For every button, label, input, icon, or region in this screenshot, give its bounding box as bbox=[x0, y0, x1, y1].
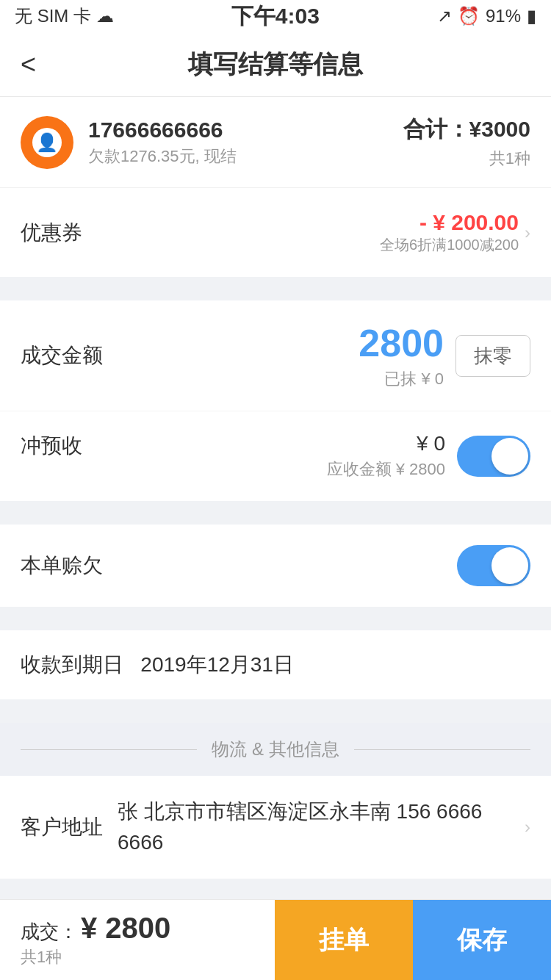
section-divider bbox=[0, 289, 551, 300]
address-row[interactable]: 客户地址 张 北京市市辖区海淀区永丰南 156 6666 6666 › bbox=[0, 776, 551, 879]
status-left: 无 SIM 卡 ☁ bbox=[15, 4, 114, 28]
section-divider-2 bbox=[0, 513, 551, 525]
deal-right: 2800 已抹 ¥ 0 抹零 bbox=[359, 321, 530, 390]
customer-card: 👤 17666666666 欠款1276.35元, 现结 合计：¥3000 共1… bbox=[0, 97, 551, 277]
chong-amount-wrap: ¥ 0 应收金额 ¥ 2800 bbox=[327, 432, 445, 480]
section-label-text: 物流 & 其他信息 bbox=[197, 738, 353, 761]
chong-row: 冲预收 ¥ 0 应收金额 ¥ 2800 bbox=[0, 411, 551, 501]
chong-label: 冲预收 bbox=[21, 432, 82, 460]
raiqian-right bbox=[457, 545, 530, 586]
deal-row: 成交金额 2800 已抹 ¥ 0 抹零 bbox=[0, 300, 551, 411]
deal-label: 成交金额 bbox=[21, 342, 103, 370]
bottom-bar: 成交： ¥ 2800 共1种 挂单 保存 bbox=[0, 899, 551, 980]
total-count: 共1种 bbox=[403, 148, 530, 170]
chevron-right-icon: › bbox=[525, 223, 530, 243]
coupon-desc: 全场6折满1000减200 bbox=[380, 235, 519, 255]
section-divider-3 bbox=[0, 619, 551, 630]
section-line-left bbox=[21, 749, 197, 750]
coupon-row[interactable]: 优惠券 - ¥ 200.00 全场6折满1000减200 › bbox=[0, 187, 551, 277]
avatar-icon: 👤 bbox=[32, 128, 62, 157]
duedate-label: 收款到期日 2019年12月31日 bbox=[21, 651, 294, 679]
address-chevron-icon: › bbox=[525, 817, 530, 837]
round-button[interactable]: 抹零 bbox=[455, 335, 530, 377]
duedate-section: 收款到期日 2019年12月31日 bbox=[0, 630, 551, 699]
chong-amount: ¥ 0 bbox=[327, 432, 445, 455]
duedate-row: 收款到期日 2019年12月31日 bbox=[0, 630, 551, 699]
chong-sub: 应收金额 ¥ 2800 bbox=[327, 458, 445, 480]
page-title: 填写结算等信息 bbox=[188, 48, 363, 82]
alarm-icon: ⏰ bbox=[458, 6, 480, 26]
deal-section: 成交金额 2800 已抹 ¥ 0 抹零 冲预收 ¥ 0 应收金额 ¥ 2800 bbox=[0, 300, 551, 501]
status-time: 下午4:03 bbox=[231, 1, 320, 32]
nav-bar: < 填写结算等信息 bbox=[0, 32, 551, 97]
bottom-summary: 成交： ¥ 2800 共1种 bbox=[0, 912, 275, 968]
chong-right: ¥ 0 应收金额 ¥ 2800 bbox=[327, 432, 530, 480]
toggle-thumb-2 bbox=[491, 547, 528, 584]
customer-info: 17666666666 欠款1276.35元, 现结 bbox=[88, 118, 403, 167]
address-value: 张 北京市市辖区海淀区永丰南 156 6666 6666 bbox=[118, 796, 525, 858]
deal-amount: 2800 bbox=[359, 321, 444, 365]
section-label-row: 物流 & 其他信息 bbox=[0, 723, 551, 776]
back-button[interactable]: < bbox=[21, 49, 36, 80]
chong-toggle[interactable] bbox=[457, 436, 530, 477]
raiqian-section: 本单赊欠 bbox=[0, 525, 551, 607]
coupon-right: - ¥ 200.00 全场6折满1000减200 › bbox=[380, 210, 530, 255]
bottom-count: 共1种 bbox=[21, 946, 254, 968]
bottom-deal-label: 成交： bbox=[21, 919, 78, 945]
avatar: 👤 bbox=[21, 116, 73, 169]
address-label: 客户地址 bbox=[21, 813, 103, 841]
raiqian-label: 本单赊欠 bbox=[21, 552, 103, 580]
bottom-amount: ¥ 2800 bbox=[81, 912, 170, 945]
customer-debt: 欠款1276.35元, 现结 bbox=[88, 145, 403, 167]
raiqian-toggle[interactable] bbox=[457, 545, 530, 586]
raiqian-row: 本单赊欠 bbox=[0, 525, 551, 607]
toggle-thumb bbox=[491, 438, 528, 475]
total-amount: 合计：¥3000 bbox=[403, 115, 530, 145]
location-icon: ↗ bbox=[437, 6, 452, 26]
status-right: ↗ ⏰ 91% ▮ bbox=[437, 6, 536, 26]
no-sim-text: 无 SIM 卡 ☁ bbox=[15, 4, 114, 28]
deal-sub: 已抹 ¥ 0 bbox=[359, 368, 444, 390]
save-button[interactable]: 保存 bbox=[413, 900, 551, 981]
battery-icon: ▮ bbox=[527, 6, 536, 26]
content-area: 👤 17666666666 欠款1276.35元, 现结 合计：¥3000 共1… bbox=[0, 97, 551, 980]
hang-button[interactable]: 挂单 bbox=[275, 900, 413, 981]
duedate-value: 2019年12月31日 bbox=[140, 653, 294, 676]
address-card: 客户地址 张 北京市市辖区海淀区永丰南 156 6666 6666 › bbox=[0, 776, 551, 879]
section-line-right bbox=[354, 749, 530, 750]
battery-text: 91% bbox=[486, 6, 521, 26]
customer-phone: 17666666666 bbox=[88, 118, 403, 143]
coupon-label: 优惠券 bbox=[21, 219, 82, 247]
status-bar: 无 SIM 卡 ☁ 下午4:03 ↗ ⏰ 91% ▮ bbox=[0, 0, 551, 32]
section-divider-4 bbox=[0, 711, 551, 723]
customer-row: 👤 17666666666 欠款1276.35元, 现结 合计：¥3000 共1… bbox=[0, 97, 551, 187]
customer-total: 合计：¥3000 共1种 bbox=[403, 115, 530, 170]
coupon-amount: - ¥ 200.00 bbox=[380, 210, 519, 235]
